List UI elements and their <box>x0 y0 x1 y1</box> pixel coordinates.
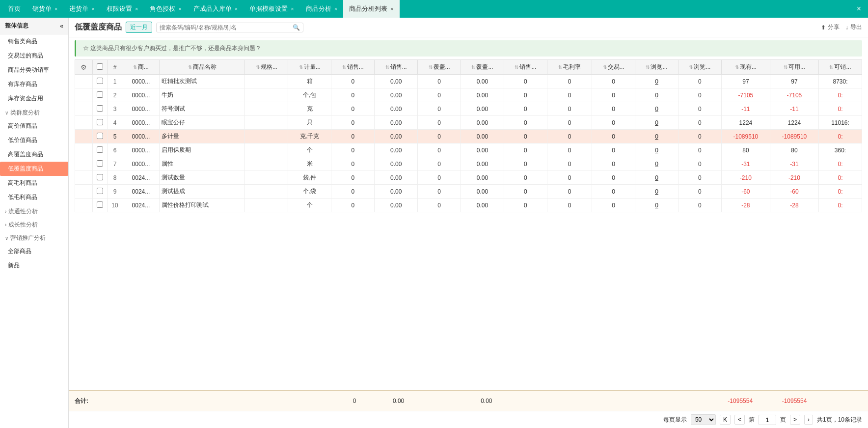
search-input[interactable] <box>160 24 293 31</box>
th-code[interactable]: 商... <box>122 60 160 75</box>
td-gross-rate: 0 <box>547 102 592 116</box>
sidebar-item-low-value[interactable]: 低价值商品 <box>0 133 68 147</box>
td-cover2: 0.00 <box>461 199 504 212</box>
th-sales2[interactable]: 销售... <box>504 60 547 75</box>
td-browse1[interactable]: 0 <box>635 199 678 212</box>
nav-permission-close[interactable]: × <box>135 6 138 12</box>
row-checkbox[interactable] <box>97 119 103 125</box>
share-button[interactable]: ⬆ 分享 <box>821 23 840 31</box>
export-button[interactable]: ↓ 导出 <box>845 23 862 31</box>
td-browse1[interactable]: 0 <box>635 116 678 130</box>
nav-goods-analysis-list[interactable]: 商品分析列表 × <box>343 0 399 18</box>
sidebar-section-growth[interactable]: › 成长性分析 <box>0 218 68 231</box>
nav-product-stock-close[interactable]: × <box>235 6 238 12</box>
total-info: 共1页，10条记录 <box>817 416 862 424</box>
nav-template[interactable]: 单据模板设置 × <box>244 0 299 18</box>
footer-cover2: 0.00 <box>463 395 511 407</box>
sidebar-section-circulation[interactable]: › 流通性分析 <box>0 204 68 218</box>
nav-permission[interactable]: 权限设置 × <box>101 0 144 18</box>
th-unit[interactable]: 计量... <box>288 60 331 75</box>
row-checkbox[interactable] <box>97 188 103 194</box>
td-browse1[interactable]: 0 <box>635 171 678 185</box>
last-page-button[interactable]: › <box>804 415 813 425</box>
nav-goods-analysis-list-label: 商品分析列表 <box>349 4 387 13</box>
row-checkbox[interactable] <box>97 174 103 180</box>
th-gear[interactable]: ⚙ <box>75 60 93 75</box>
td-trade: 0 <box>592 130 635 143</box>
sidebar-item-high-profit[interactable]: 高毛利商品 <box>0 176 68 190</box>
td-unit: 个 <box>288 199 331 212</box>
nav-sales-close[interactable]: × <box>54 6 57 12</box>
next-page-button[interactable]: > <box>790 415 800 425</box>
sidebar-item-low-profit[interactable]: 低毛利商品 <box>0 190 68 204</box>
nav-role[interactable]: 角色授权 × <box>144 0 187 18</box>
td-browse1[interactable]: 0 <box>635 157 678 171</box>
th-browse1[interactable]: 浏览... <box>635 60 678 75</box>
td-cover1: 0 <box>418 157 461 171</box>
td-checkbox <box>93 199 108 212</box>
footer-total-row: 0 0.00 0.00 -1095554 -1095554 <box>104 395 862 407</box>
nav-role-close[interactable]: × <box>178 6 181 12</box>
nav-purchase[interactable]: 进货单 × <box>63 0 100 18</box>
td-browse1[interactable]: 0 <box>635 143 678 157</box>
sidebar-item-high-coverage[interactable]: 高覆盖度商品 <box>0 147 68 162</box>
sidebar-collapse-btn[interactable]: « <box>60 23 63 29</box>
sidebar-item-all-goods[interactable]: 全部商品 <box>0 244 68 258</box>
row-checkbox[interactable] <box>97 146 103 153</box>
th-cover2[interactable]: 覆盖... <box>461 60 504 75</box>
sidebar-item-capital[interactable]: 库存资金占用 <box>0 91 68 106</box>
row-checkbox[interactable] <box>97 105 103 112</box>
th-browse2[interactable]: 浏览... <box>678 60 721 75</box>
row-checkbox[interactable] <box>97 201 103 208</box>
th-cover1[interactable]: 覆盖... <box>418 60 461 75</box>
th-current-stock[interactable]: 现有... <box>721 60 770 75</box>
th-gross-rate[interactable]: 毛利率 <box>547 60 592 75</box>
nav-purchase-close[interactable]: × <box>91 6 94 12</box>
close-all-tabs[interactable]: × <box>852 4 866 13</box>
td-saleable: 8730: <box>818 75 862 88</box>
th-available[interactable]: 可用... <box>770 60 818 75</box>
sidebar-item-in-stock[interactable]: 有库存商品 <box>0 77 68 91</box>
row-checkbox[interactable] <box>97 133 103 139</box>
nav-goods-analysis[interactable]: 商品分析 × <box>300 0 343 18</box>
nav-home[interactable]: 首页 <box>2 0 27 18</box>
nav-template-close[interactable]: × <box>291 6 294 12</box>
td-browse1[interactable]: 0 <box>635 130 678 143</box>
td-browse1[interactable]: 0 <box>635 75 678 88</box>
row-checkbox[interactable] <box>97 160 103 167</box>
td-browse1[interactable]: 0 <box>635 102 678 116</box>
th-sales-amt[interactable]: 销售... <box>375 60 418 75</box>
td-browse1[interactable]: 0 <box>635 185 678 199</box>
row-checkbox[interactable] <box>97 78 103 84</box>
time-filter-button[interactable]: 近一月 <box>126 22 152 33</box>
th-sales-qty[interactable]: 销售... <box>331 60 375 75</box>
sidebar-item-new-goods[interactable]: 新品 <box>0 258 68 273</box>
row-checkbox[interactable] <box>97 91 103 98</box>
th-name[interactable]: 商品名称 <box>160 60 245 75</box>
prev-page-button[interactable]: < <box>734 415 745 425</box>
sidebar-item-sales-goods[interactable]: 销售类商品 <box>0 34 68 49</box>
sidebar-section-marketing[interactable]: ∨ 营销推广分析 <box>0 231 68 244</box>
td-num: 8 <box>108 171 122 185</box>
td-browse1[interactable]: 0 <box>635 88 678 102</box>
th-spec[interactable]: 规格... <box>245 60 288 75</box>
page-number-input[interactable] <box>759 415 776 425</box>
footer-total-label: 合计: <box>75 397 104 405</box>
page-size-select[interactable]: 50 100 200 <box>691 414 716 425</box>
search-icon[interactable]: 🔍 <box>293 24 300 31</box>
select-all-checkbox[interactable] <box>97 63 103 70</box>
nav-goods-analysis-list-close[interactable]: × <box>390 6 393 12</box>
th-trade[interactable]: 交易... <box>592 60 635 75</box>
sidebar-item-traded-goods[interactable]: 交易过的商品 <box>0 49 68 63</box>
sidebar-section-cluster[interactable]: ∨ 类群度分析 <box>0 106 68 119</box>
nav-product-stock[interactable]: 产成品入库单 × <box>188 0 244 18</box>
sidebar-item-category-rate[interactable]: 商品分类动销率 <box>0 63 68 77</box>
settings-icon[interactable]: ⚙ <box>81 63 87 71</box>
th-saleable[interactable]: 可销... <box>818 60 862 75</box>
sidebar-item-high-value[interactable]: 高价值商品 <box>0 119 68 133</box>
first-page-button[interactable]: K <box>720 415 731 425</box>
nav-goods-analysis-close[interactable]: × <box>334 6 337 12</box>
sidebar-item-low-coverage[interactable]: 低覆盖度商品 <box>0 162 68 176</box>
td-spec <box>245 88 288 102</box>
nav-sales[interactable]: 销货单 × <box>27 0 63 18</box>
